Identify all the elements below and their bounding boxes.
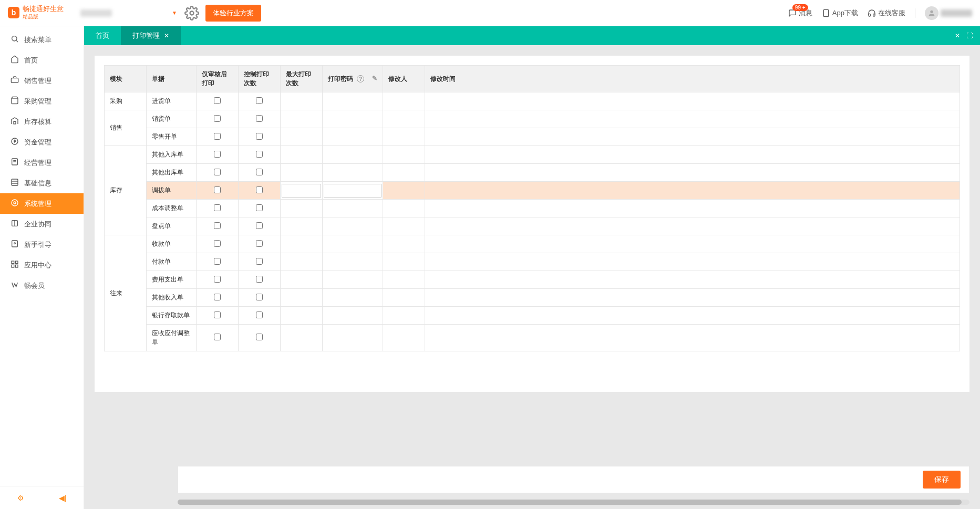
control-checkbox[interactable] [256,258,263,265]
max-print-cell[interactable] [281,182,323,200]
control-checkbox[interactable] [256,222,263,229]
audit-checkbox[interactable] [214,133,221,140]
coop-icon [11,219,19,229]
audit-checkbox[interactable] [214,97,221,104]
control-checkbox[interactable] [256,186,263,193]
main: 首页打印管理✕ ✕ ⛶ 模块 单据 仅审核后打印 控制打印次数 最大打印次数 打… [84,26,980,509]
control-checkbox[interactable] [256,334,263,340]
online-service-button[interactable]: 在线客服 [868,8,905,18]
logo: b 畅捷通好生意 精品版 [8,5,76,20]
close-all-tabs-icon[interactable]: ✕ [955,32,960,39]
control-checkbox[interactable] [256,294,263,300]
password-cell[interactable] [323,182,383,200]
table-row: 盘点单 [105,217,960,235]
control-checkbox[interactable] [256,115,263,122]
sidebar-item-purchase[interactable]: 采购管理 [0,91,84,111]
control-checkbox[interactable] [256,169,263,175]
max-print-cell [281,253,323,271]
audit-checkbox[interactable] [214,204,221,211]
sidebar-item-fund[interactable]: 资金管理 [0,132,84,152]
doc-cell: 成本调整单 [147,200,197,217]
sidebar-item-base[interactable]: 基础信息 [0,173,84,193]
sidebar-item-label: 经营管理 [24,158,51,168]
control-checkbox[interactable] [256,240,263,247]
doc-cell: 银行存取款单 [147,307,197,325]
doc-cell: 进货单 [147,92,197,110]
svg-point-3 [930,10,933,13]
save-button[interactable]: 保存 [923,471,961,489]
scrollbar-thumb[interactable] [178,500,962,505]
sidebar-settings-icon[interactable]: ⚙ [17,494,24,502]
control-checkbox[interactable] [256,204,263,211]
password-cell [323,217,383,235]
audit-checkbox[interactable] [214,276,221,283]
audit-checkbox[interactable] [214,186,221,193]
industry-plan-button[interactable]: 体验行业方案 [205,5,261,22]
control-checkbox-cell [239,235,281,253]
max-print-cell [281,110,323,128]
help-icon[interactable]: ? [357,75,364,82]
control-checkbox[interactable] [256,276,263,283]
tenant-select[interactable]: ▼ [76,6,181,20]
user-menu[interactable] [925,6,972,20]
horizontal-scrollbar[interactable] [178,500,969,505]
sidebar-item-stock[interactable]: 库存核算 [0,111,84,132]
modifier-cell [383,289,425,307]
modifier-cell [383,146,425,164]
control-checkbox[interactable] [256,151,263,158]
sidebar-item-appcenter[interactable]: 应用中心 [0,255,84,275]
control-checkbox[interactable] [256,133,263,140]
audit-checkbox[interactable] [214,151,221,158]
sidebar-item-system[interactable]: 系统管理 [0,193,84,214]
settings-button[interactable] [184,6,199,20]
audit-checkbox[interactable] [214,311,221,318]
password-cell [323,307,383,325]
modifier-cell [383,253,425,271]
tab-打印管理[interactable]: 打印管理✕ [121,26,181,45]
tab-首页[interactable]: 首页 [84,26,121,45]
password-cell [323,110,383,128]
sidebar-item-vip[interactable]: 畅会员 [0,275,84,296]
sidebar-item-search[interactable]: 搜索菜单 [0,29,84,50]
audit-checkbox-cell [197,92,239,110]
svg-rect-1 [823,9,828,16]
stock-icon [11,117,19,127]
audit-checkbox-cell [197,289,239,307]
audit-checkbox[interactable] [214,240,221,247]
password-cell [323,235,383,253]
sidebar-item-sales[interactable]: 销售管理 [0,70,84,91]
audit-checkbox[interactable] [214,334,221,340]
th-doc: 单据 [147,66,197,92]
audit-checkbox-cell [197,235,239,253]
system-icon [11,199,19,209]
audit-checkbox[interactable] [214,222,221,229]
audit-checkbox[interactable] [214,294,221,300]
audit-checkbox[interactable] [214,258,221,265]
control-checkbox[interactable] [256,311,263,318]
sidebar-item-label: 资金管理 [24,138,51,147]
chevron-down-icon: ▼ [172,10,177,16]
sidebar-item-guide[interactable]: 新手引导 [0,234,84,255]
edit-column-icon[interactable]: ✎ [372,75,377,82]
tenant-name [80,9,112,17]
control-checkbox-cell [239,92,281,110]
sidebar-item-biz[interactable]: 经营管理 [0,152,84,173]
sidebar-item-coop[interactable]: 企业协同 [0,214,84,234]
biz-icon [11,158,19,168]
sidebar-item-home[interactable]: 首页 [0,50,84,70]
audit-checkbox[interactable] [214,115,221,122]
sidebar-footer: ⚙ ◀| [0,486,84,509]
svg-point-4 [12,36,17,41]
modtime-cell [425,253,960,271]
fullscreen-icon[interactable]: ⛶ [966,32,973,39]
audit-checkbox-cell [197,307,239,325]
sidebar-collapse-icon[interactable]: ◀| [59,494,67,502]
audit-checkbox[interactable] [214,169,221,175]
control-checkbox[interactable] [256,97,263,104]
svg-line-5 [16,40,18,42]
svg-rect-7 [14,121,16,124]
svg-point-15 [14,202,16,204]
tab-close-icon[interactable]: ✕ [164,32,169,39]
app-download-button[interactable]: App下载 [822,8,858,18]
messages-button[interactable]: 99 + 消息 [788,8,812,18]
